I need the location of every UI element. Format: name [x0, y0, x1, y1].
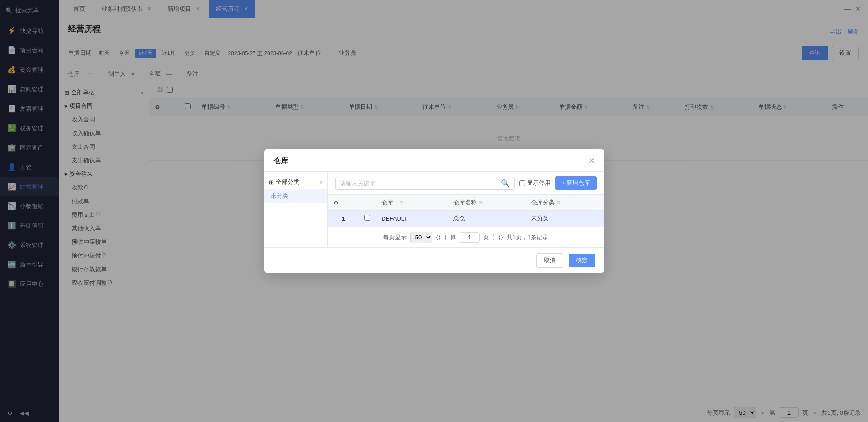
- row-name: 总仓: [448, 211, 526, 227]
- grid-icon2: ⊞: [269, 179, 274, 186]
- modal-th-checkbox[interactable]: [359, 195, 376, 211]
- modal-search-input[interactable]: [340, 180, 499, 187]
- modal-next-page-icon[interactable]: ⟩: [493, 234, 495, 241]
- modal-th-gear[interactable]: ⚙: [328, 195, 360, 211]
- modal-page-input[interactable]: [460, 232, 480, 243]
- modal-total-label: 共1页，1条记录: [507, 233, 548, 242]
- modal-first-page-icon[interactable]: ⟨⟨: [436, 234, 441, 241]
- modal-prev-page-icon[interactable]: ⟨: [444, 234, 446, 241]
- modal-category-unclassified[interactable]: 未分类: [264, 189, 327, 203]
- modal-body: ⊞ 全部分类 « 未分类 🔍 显示停用: [264, 172, 604, 247]
- modal-last-page-icon[interactable]: ⟩⟩: [499, 234, 503, 241]
- row-category: 未分类: [526, 211, 604, 227]
- modal-th-code[interactable]: 仓库... ⇅: [376, 195, 448, 211]
- modal-header: 仓库 ✕: [264, 149, 604, 172]
- warehouse-modal: 仓库 ✕ ⊞ 全部分类 « 未分类: [264, 149, 604, 273]
- modal-category-header[interactable]: ⊞ 全部分类 «: [264, 175, 327, 189]
- show-disabled-label[interactable]: 显示停用: [519, 179, 551, 187]
- modal-category-panel: ⊞ 全部分类 « 未分类: [264, 172, 328, 247]
- modal-pagination: 每页显示 50 ⟨⟨ ⟨ 算 页 ⟩ ⟩⟩ 共1页，1条记录: [328, 227, 604, 247]
- modal-toolbar: 🔍 显示停用 + 新增仓库: [328, 172, 604, 195]
- modal-table: ⚙ 仓库... ⇅ 仓库名称 ⇅ 仓库分类 ⇅ 1: [328, 195, 604, 227]
- confirm-button[interactable]: 确定: [569, 254, 595, 267]
- all-category-label: ⊞ 全部分类: [269, 178, 299, 186]
- cancel-button[interactable]: 取消: [536, 253, 563, 268]
- add-warehouse-button[interactable]: + 新增仓库: [555, 176, 596, 190]
- row-checkbox-cell[interactable]: [359, 211, 376, 227]
- modal-overlay: 仓库 ✕ ⊞ 全部分类 « 未分类: [0, 0, 868, 422]
- modal-page-label: 算: [450, 233, 456, 242]
- modal-close-icon[interactable]: ✕: [588, 156, 595, 166]
- modal-footer-actions: 取消 确定: [264, 247, 604, 273]
- modal-title: 仓库: [273, 156, 288, 166]
- modal-per-page-select[interactable]: 50: [410, 232, 432, 243]
- modal-per-page-label: 每页显示: [383, 233, 407, 242]
- modal-search-box[interactable]: 🔍: [335, 177, 515, 190]
- row-checkbox[interactable]: [364, 215, 370, 221]
- modal-page-suffix: 页: [483, 233, 489, 242]
- modal-right-panel: 🔍 显示停用 + 新增仓库 ⚙: [328, 172, 604, 247]
- show-disabled-checkbox[interactable]: [519, 180, 525, 186]
- row-num: 1: [328, 211, 360, 227]
- warehouse-row[interactable]: 1 DEFAULT 总仓 未分类: [328, 211, 604, 227]
- warehouse-table: ⚙ 仓库... ⇅ 仓库名称 ⇅ 仓库分类 ⇅ 1: [328, 195, 604, 227]
- modal-collapse-icon[interactable]: «: [320, 179, 323, 185]
- modal-th-category[interactable]: 仓库分类 ⇅: [526, 195, 604, 211]
- modal-search-icon: 🔍: [501, 179, 510, 188]
- modal-th-name[interactable]: 仓库名称 ⇅: [448, 195, 526, 211]
- row-code: DEFAULT: [376, 211, 448, 227]
